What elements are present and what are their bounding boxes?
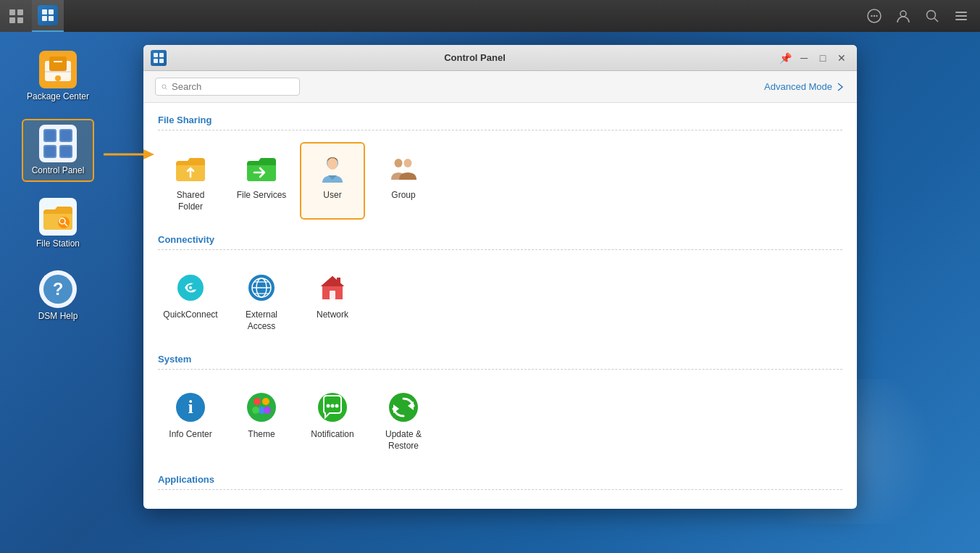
svg-point-42	[162, 84, 166, 88]
window-title: Control Panel	[172, 52, 777, 63]
system-grid: i Info Center	[158, 381, 842, 459]
network-img	[315, 270, 350, 305]
info-center-label: Info Center	[169, 429, 212, 441]
svg-point-7	[876, 15, 877, 17]
info-center-img: i	[173, 390, 208, 425]
applications-grid: Indexing Service	[158, 502, 842, 509]
shared-folder-icon[interactable]: Shared Folder	[158, 142, 223, 220]
svg-rect-16	[49, 57, 67, 71]
chat-button[interactable]	[861, 3, 887, 29]
svg-rect-27	[45, 146, 55, 157]
package-center-icon	[39, 51, 77, 88]
theme-img	[244, 390, 279, 425]
user-button[interactable]	[890, 3, 916, 29]
external-access-icon[interactable]: External Access	[229, 262, 294, 339]
svg-point-8	[900, 11, 906, 17]
quickconnect-img	[173, 270, 208, 305]
file-services-img	[244, 151, 279, 186]
package-center-label: Package Center	[27, 91, 89, 103]
notification-img	[315, 390, 350, 425]
search-input[interactable]	[172, 81, 293, 92]
user-img	[315, 151, 350, 186]
info-center-icon[interactable]: i Info Center	[158, 381, 223, 459]
control-panel-taskbar-button[interactable]	[32, 0, 64, 32]
file-services-icon[interactable]: File Services	[229, 142, 294, 220]
indexing-service-icon[interactable]: Indexing Service	[158, 502, 223, 509]
file-sharing-grid: Shared Folder File Services	[158, 142, 842, 220]
svg-rect-41	[159, 59, 164, 63]
window-app-icon	[151, 50, 167, 66]
svg-rect-40	[154, 59, 158, 63]
network-label: Network	[317, 309, 348, 321]
notification-icon[interactable]: Notification	[300, 381, 365, 459]
svg-rect-2	[42, 16, 47, 21]
theme-label: Theme	[248, 429, 275, 441]
desktop-icon-dsm-help[interactable]: ? DSM Help	[22, 266, 94, 327]
window-toolbar: Advanced Mode	[143, 71, 857, 103]
svg-rect-11	[955, 12, 967, 13]
group-label: Group	[391, 190, 415, 201]
svg-rect-26	[61, 130, 71, 141]
connectivity-header: Connectivity	[158, 234, 842, 250]
svg-rect-25	[45, 130, 55, 141]
window-maximize-button[interactable]: □	[815, 50, 831, 66]
svg-point-63	[254, 398, 261, 405]
svg-point-70	[331, 404, 335, 408]
svg-rect-38	[154, 53, 158, 57]
file-station-icon	[39, 198, 77, 236]
svg-rect-58	[330, 291, 335, 299]
theme-icon[interactable]: Theme	[229, 381, 294, 459]
system-header: System	[158, 354, 842, 370]
window-pin-button[interactable]: 📌	[777, 50, 793, 66]
svg-point-47	[395, 159, 403, 167]
svg-point-51	[189, 286, 192, 289]
svg-point-69	[327, 404, 330, 408]
search-button[interactable]	[919, 3, 945, 29]
svg-line-10	[934, 18, 938, 22]
control-panel-icon	[39, 125, 77, 162]
svg-marker-37	[143, 149, 154, 159]
external-access-label: External Access	[235, 309, 288, 332]
svg-rect-3	[49, 16, 54, 21]
notification-label: Notification	[311, 429, 353, 441]
svg-rect-12	[955, 15, 967, 17]
group-img	[386, 151, 421, 186]
advanced-mode-button[interactable]: Advanced Mode	[764, 81, 845, 92]
desktop-icon-file-station[interactable]: File Station	[22, 194, 94, 254]
svg-point-46	[327, 158, 338, 170]
menu-button[interactable]	[948, 3, 974, 29]
svg-text:i: i	[188, 396, 193, 417]
group-icon[interactable]: Group	[371, 142, 436, 220]
svg-line-43	[165, 88, 167, 89]
desktop-icon-control-panel[interactable]: Control Panel	[22, 119, 94, 183]
window-close-button[interactable]: ✕	[834, 50, 850, 66]
update-restore-label: Update & Restore	[377, 429, 430, 452]
svg-rect-13	[955, 19, 967, 20]
window-titlebar: Control Panel 📌 ─ □ ✕	[143, 45, 857, 71]
advanced-mode-label: Advanced Mode	[764, 81, 832, 92]
chevron-right-icon	[835, 82, 845, 92]
svg-rect-18	[45, 71, 71, 72]
window-minimize-button[interactable]: ─	[796, 50, 812, 66]
svg-point-19	[55, 75, 61, 81]
desktop: Package Center Control Panel	[0, 32, 116, 341]
apps-grid-button[interactable]	[0, 0, 32, 32]
control-panel-window: Control Panel 📌 ─ □ ✕ Advanced Mode File…	[143, 45, 857, 509]
arrow-indicator	[104, 144, 154, 165]
svg-point-64	[262, 398, 269, 405]
network-icon[interactable]: Network	[300, 262, 365, 339]
quickconnect-icon[interactable]: QuickConnect	[158, 262, 223, 339]
search-box[interactable]	[155, 78, 300, 96]
svg-rect-28	[61, 146, 71, 157]
connectivity-grid: QuickConnect External Access	[158, 262, 842, 339]
svg-point-5	[871, 15, 872, 17]
file-sharing-header: File Sharing	[158, 115, 842, 130]
update-restore-icon[interactable]: Update & Restore	[371, 381, 436, 459]
desktop-icon-package-center[interactable]: Package Center	[22, 46, 94, 107]
user-icon[interactable]: User	[300, 142, 365, 220]
svg-point-6	[874, 15, 875, 17]
applications-header: Applications	[158, 474, 842, 490]
svg-rect-59	[337, 278, 340, 284]
svg-point-71	[335, 404, 339, 408]
svg-rect-0	[42, 9, 47, 14]
